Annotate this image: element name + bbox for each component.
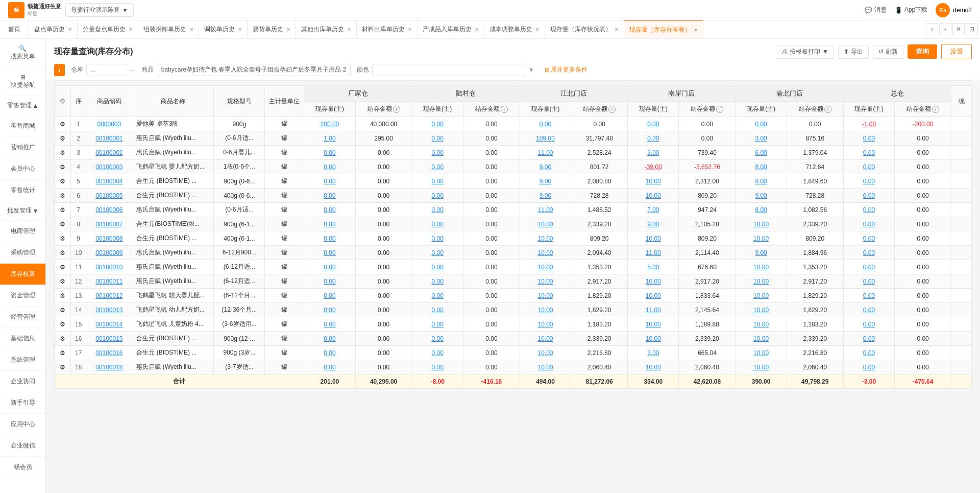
row-nanao-stock[interactable]: 10.00 xyxy=(628,174,679,189)
tab-fenpandian[interactable]: 分量盘点单历史 ✕ xyxy=(78,20,138,38)
row-jiangbei-stock[interactable]: 11.00 xyxy=(520,203,571,217)
row-jiangbei-stock[interactable]: 10.00 xyxy=(520,289,571,303)
row-code[interactable]: 00100009 xyxy=(86,246,132,260)
user-info[interactable]: Ea demo2 xyxy=(936,3,972,17)
row-lushan-stock[interactable]: 0.00 xyxy=(412,189,463,203)
row-nanao-stock[interactable]: 9.00 xyxy=(628,217,679,231)
row-total-stock[interactable]: 0.00 xyxy=(843,274,894,289)
gear-cell[interactable]: ⚙ xyxy=(55,346,71,360)
row-total-stock[interactable]: 0.00 xyxy=(843,160,894,174)
sidebar-item-marketing[interactable]: 营销推广 xyxy=(0,137,45,158)
row-jiangbei-stock[interactable]: 10.00 xyxy=(520,217,571,231)
row-yubeimen-stock[interactable]: 10.00 xyxy=(736,317,787,332)
row-jiangbei-stock[interactable]: 10.00 xyxy=(520,360,571,374)
tab-close-all[interactable]: ✕ xyxy=(952,23,965,35)
sidebar-item-member2[interactable]: 畅会员 xyxy=(0,457,45,478)
row-code[interactable]: 00100001 xyxy=(86,131,132,146)
tab-home[interactable]: 首页 xyxy=(0,20,29,38)
expand-conditions[interactable]: ⊞ 展开更多条件 xyxy=(541,63,592,76)
row-lushan-stock[interactable]: 0.00 xyxy=(412,174,463,189)
tab-pandian[interactable]: 盘点单历史 ✕ xyxy=(29,20,78,38)
row-yubeimen-stock[interactable]: 10.00 xyxy=(736,289,787,303)
sidebar-item-purchase[interactable]: 采购管理 xyxy=(0,242,45,264)
row-yubeimen-stock[interactable]: 10.00 xyxy=(736,231,787,246)
tab-kucun-zhuangkuang[interactable]: 现存量（库存状况表） ✕ xyxy=(545,20,624,38)
row-jiangbei-stock[interactable]: 10.00 xyxy=(520,231,571,246)
row-yubeimen-stock[interactable]: 8.00 xyxy=(736,160,787,174)
sidebar-item-retail-shop[interactable]: 零售商城 xyxy=(0,115,45,137)
row-nanao-stock[interactable]: 3.00 xyxy=(628,346,679,360)
row-lushan-stock[interactable]: 0.00 xyxy=(412,346,463,360)
sidebar-item-ecommerce[interactable]: 电商管理 xyxy=(0,221,45,242)
gear-cell[interactable]: ⚙ xyxy=(55,117,71,131)
row-lushan-stock[interactable]: 0.00 xyxy=(412,117,463,131)
row-nanao-stock[interactable]: 0.00 xyxy=(628,131,679,146)
row-lushan-stock[interactable]: 0.00 xyxy=(412,260,463,274)
tab-close-qita[interactable]: ✕ xyxy=(347,27,351,32)
row-nanao-stock[interactable]: 10.00 xyxy=(628,231,679,246)
gear-cell[interactable]: ⚙ xyxy=(55,217,71,231)
tab-close-fen[interactable]: ✕ xyxy=(129,27,133,32)
row-lushan-stock[interactable]: 0.00 xyxy=(412,131,463,146)
tab-chengpin[interactable]: 产成品入库单历史 ✕ xyxy=(418,20,484,38)
row-total-stock[interactable]: 0.00 xyxy=(843,317,894,332)
sidebar-item-basic-info[interactable]: 基础信息 xyxy=(0,328,45,349)
warehouse-input[interactable] xyxy=(86,64,127,76)
row-lushan-stock[interactable]: 0.00 xyxy=(412,203,463,217)
tab-cailiao[interactable]: 材料出库单历史 ✕ xyxy=(357,20,418,38)
row-yubeimen-stock[interactable]: 10.00 xyxy=(736,260,787,274)
gear-cell[interactable]: ⚙ xyxy=(55,246,71,260)
gear-cell[interactable]: ⚙ xyxy=(55,160,71,174)
tab-yaohuo[interactable]: 要货单历史 ✕ xyxy=(248,20,296,38)
row-code[interactable]: 00100006 xyxy=(86,203,132,217)
sidebar-item-member[interactable]: 会员中心 xyxy=(0,158,45,180)
row-jiangbei-stock[interactable]: 10.00 xyxy=(520,260,571,274)
row-total-stock[interactable]: 0.00 xyxy=(843,146,894,160)
row-yubeimen-stock[interactable]: 3.00 xyxy=(736,131,787,146)
row-factory-stock[interactable]: 0.00 xyxy=(304,317,355,332)
row-nanao-stock[interactable]: 10.00 xyxy=(628,332,679,346)
gear-cell[interactable]: ⚙ xyxy=(55,146,71,160)
row-jiangbei-stock[interactable]: 9.00 xyxy=(520,160,571,174)
row-factory-stock[interactable]: 0.00 xyxy=(304,346,355,360)
row-nanao-stock[interactable]: 11.00 xyxy=(628,246,679,260)
row-jiangbei-stock[interactable]: 0.00 xyxy=(520,117,571,131)
row-code[interactable]: 00100013 xyxy=(86,303,132,317)
row-code[interactable]: 00100002 xyxy=(86,146,132,160)
row-factory-stock[interactable]: 0.00 xyxy=(304,274,355,289)
row-yubeimen-stock[interactable]: 6.00 xyxy=(736,146,787,160)
tab-close-zuhe[interactable]: ✕ xyxy=(189,27,193,32)
row-lushan-stock[interactable]: 0.00 xyxy=(412,146,463,160)
row-yubeimen-stock[interactable]: 10.00 xyxy=(736,332,787,346)
row-factory-stock[interactable]: 0.00 xyxy=(304,160,355,174)
app-action[interactable]: 📱 App下载 xyxy=(895,6,927,14)
sidebar-item-retail-mgmt[interactable]: 零售管理 ▲ xyxy=(0,96,45,115)
tab-close-fenbiao[interactable]: ✕ xyxy=(694,27,698,33)
row-total-stock[interactable]: 0.00 xyxy=(843,217,894,231)
goods-input[interactable] xyxy=(157,64,351,76)
gear-cell[interactable]: ⚙ xyxy=(55,303,71,317)
row-code[interactable]: 00100012 xyxy=(86,289,132,303)
sidebar-item-wholesale[interactable]: 批发管理 ▼ xyxy=(0,201,45,221)
gear-cell[interactable]: ⚙ xyxy=(55,260,71,274)
row-yubeimen-stock[interactable]: 10.00 xyxy=(736,360,787,374)
tab-diaopo[interactable]: 调拨单历史 ✕ xyxy=(199,20,248,38)
tab-zuhe[interactable]: 组装拆卸单历史 ✕ xyxy=(138,20,199,38)
tab-close-zhuangkuang[interactable]: ✕ xyxy=(615,27,619,32)
row-lushan-stock[interactable]: 0.00 xyxy=(412,217,463,231)
gear-cell[interactable]: ⚙ xyxy=(55,360,71,374)
row-factory-stock[interactable]: 1.00 xyxy=(304,131,355,146)
row-nanao-stock[interactable]: -39.00 xyxy=(628,160,679,174)
sidebar-item-enterprise[interactable]: 企业协同 xyxy=(0,371,45,392)
row-jiangbei-stock[interactable]: 10.00 xyxy=(520,246,571,260)
row-jiangbei-stock[interactable]: 109.00 xyxy=(520,131,571,146)
row-factory-stock[interactable]: 0.00 xyxy=(304,231,355,246)
row-jiangbei-stock[interactable]: 10.00 xyxy=(520,332,571,346)
row-factory-stock[interactable]: 0.00 xyxy=(304,217,355,231)
tab-close-diaopo[interactable]: ✕ xyxy=(238,27,242,32)
row-yubeimen-stock[interactable]: 10.00 xyxy=(736,303,787,317)
row-jiangbei-stock[interactable]: 10.00 xyxy=(520,346,571,360)
gear-cell[interactable]: ⚙ xyxy=(55,174,71,189)
row-total-stock[interactable]: 0.00 xyxy=(843,346,894,360)
sidebar-item-retail-stats[interactable]: 零售统计 xyxy=(0,180,45,201)
